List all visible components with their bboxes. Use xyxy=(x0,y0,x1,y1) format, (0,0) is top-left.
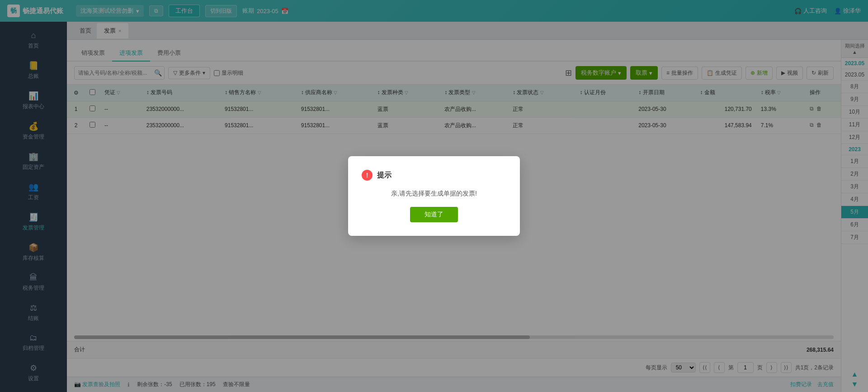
modal-ok-button[interactable]: 知道了 xyxy=(410,207,458,222)
warning-icon: ! xyxy=(362,170,373,181)
modal-message: 亲,请先选择要生成单据的发票! xyxy=(391,190,477,198)
modal-box: ! 提示 亲,请先选择要生成单据的发票! 知道了 xyxy=(348,156,520,236)
modal-title: 提示 xyxy=(377,171,392,180)
modal-title-row: ! 提示 xyxy=(362,170,506,181)
modal-overlay: ! 提示 亲,请先选择要生成单据的发票! 知道了 xyxy=(0,0,868,392)
